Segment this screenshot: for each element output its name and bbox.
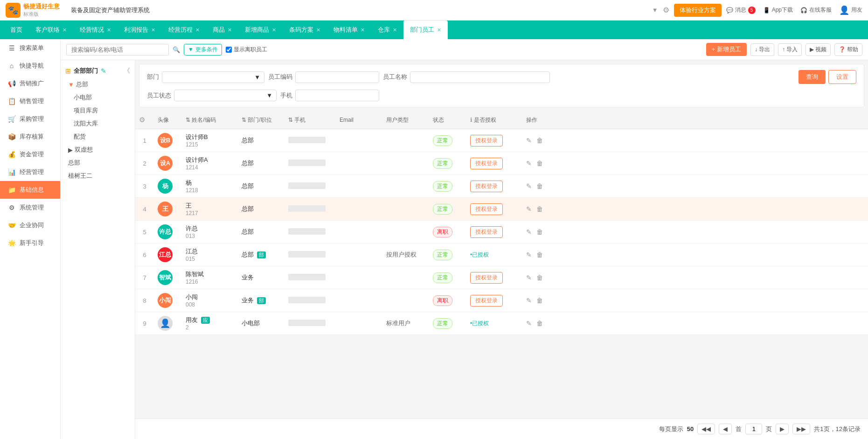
online-service-button[interactable]: 🎧 在线客服 [800, 6, 832, 14]
sidebar-item-quicknav[interactable]: ⌂ 快捷导航 [0, 57, 60, 75]
sidebar-item-marketing[interactable]: 📢 营销推广 [0, 75, 60, 92]
empcode-input[interactable] [295, 71, 379, 83]
auth-login-button[interactable]: 授权登录 [470, 226, 503, 238]
dept-edit-icon[interactable]: ✎ [101, 67, 106, 75]
close-icon[interactable]: ✕ [437, 27, 441, 33]
nav-tab-home[interactable]: 首页 [4, 21, 29, 39]
sidebar-item-purchase[interactable]: 🛒 采购管理 [0, 110, 60, 128]
nav-tab-goods[interactable]: 商品 ✕ [206, 21, 238, 39]
edit-icon[interactable]: ✎ [526, 228, 532, 236]
delete-icon[interactable]: 🗑 [536, 160, 543, 167]
nav-tab-operation[interactable]: 经营情况 ✕ [73, 21, 118, 39]
sidebar-item-basicinfo[interactable]: 📁 基础信息 [0, 181, 60, 199]
query-button[interactable]: 查询 [799, 70, 826, 84]
sidebar-item-guide[interactable]: 🌟 新手引导 [0, 234, 60, 252]
close-icon[interactable]: ✕ [316, 27, 320, 33]
sidebar-item-search[interactable]: ☰ 搜索菜单 [0, 39, 60, 57]
tree-node-shuangxuxiang[interactable]: ▶ 双虚想 [61, 143, 135, 156]
close-icon[interactable]: ✕ [107, 27, 111, 33]
page-last-button[interactable]: ▶▶ [792, 424, 810, 434]
th-phone[interactable]: ⇅ 手机 [285, 111, 336, 129]
resigned-checkbox-input[interactable] [226, 47, 232, 53]
trial-button[interactable]: 体验行业方案 [674, 4, 722, 17]
auth-login-button[interactable]: 授权登录 [470, 295, 503, 307]
auth-login-button[interactable]: 授权登录 [470, 158, 503, 169]
edit-icon[interactable]: ✎ [526, 182, 532, 190]
sidebar-item-cooperation[interactable]: 🤝 企业协同 [0, 216, 60, 234]
nav-tab-history[interactable]: 经营历程 ✕ [162, 21, 206, 39]
edit-icon[interactable]: ✎ [526, 251, 532, 258]
tree-node-peihuo[interactable]: 配货 [61, 130, 135, 143]
edit-icon[interactable]: ✎ [526, 274, 532, 281]
nav-tab-warehouse[interactable]: 仓库 ✕ [371, 21, 403, 39]
nav-tab-profit[interactable]: 利润报告 ✕ [118, 21, 162, 39]
nav-tab-bom[interactable]: 物料清单 ✕ [327, 21, 371, 39]
delete-icon[interactable]: 🗑 [536, 205, 543, 213]
message-button[interactable]: 💬 消息 5 [726, 6, 756, 14]
sidebar-item-sales[interactable]: 📋 销售管理 [0, 92, 60, 110]
delete-icon[interactable]: 🗑 [536, 137, 543, 144]
close-icon[interactable]: ✕ [151, 27, 155, 33]
show-resigned-checkbox[interactable]: 显示离职员工 [226, 46, 267, 54]
close-icon[interactable]: ✕ [195, 27, 200, 33]
th-deptrole[interactable]: ⇅ 部门/职位 [238, 111, 285, 129]
tree-node-xiangmukufang[interactable]: 项目库房 [61, 104, 135, 117]
delete-icon[interactable]: 🗑 [536, 274, 543, 281]
tree-node-shenyangdaku[interactable]: 沈阳大库 [61, 117, 135, 130]
nav-tab-customer[interactable]: 客户联络 ✕ [29, 21, 73, 39]
search-icon[interactable]: 🔍 [173, 46, 180, 53]
th-namecode[interactable]: ⇅ 姓名/编码 [182, 111, 238, 129]
edit-icon[interactable]: ✎ [526, 137, 532, 144]
edit-icon[interactable]: ✎ [526, 205, 532, 213]
nav-tab-barcode[interactable]: 条码方案 ✕ [283, 21, 327, 39]
delete-icon[interactable]: 🗑 [536, 251, 543, 258]
page-prev-button[interactable]: ◀ [719, 424, 732, 434]
nav-tab-addgoods[interactable]: 新增商品 ✕ [238, 21, 283, 39]
tree-node-zhishuwan[interactable]: 植树王二 [61, 169, 135, 182]
nav-tab-department[interactable]: 部门员工 ✕ [403, 21, 448, 39]
video-button[interactable]: ▶ 视频 [806, 43, 831, 56]
dept-select[interactable]: ▼ [162, 71, 264, 83]
auth-login-button[interactable]: 授权登录 [470, 135, 503, 146]
tree-node-zongbu-parent[interactable]: ▼ 总部 [61, 78, 135, 91]
import-button[interactable]: ↑ 导入 [778, 43, 802, 56]
phone-input[interactable] [295, 90, 379, 101]
user-avatar[interactable]: 👤 用友 [839, 5, 862, 15]
page-input[interactable] [745, 424, 762, 434]
app-download-button[interactable]: 📱 App下载 [763, 6, 793, 14]
auth-login-button[interactable]: 授权登录 [470, 272, 503, 284]
dropdown-arrow-icon[interactable]: ▼ [652, 7, 658, 14]
close-icon[interactable]: ✕ [62, 27, 67, 33]
auth-login-button[interactable]: 授权登录 [470, 203, 503, 215]
tree-node-zongbu2[interactable]: 总部 [61, 156, 135, 169]
close-icon[interactable]: ✕ [393, 27, 397, 33]
sidebar-item-inventory[interactable]: 📦 库存核算 [0, 128, 60, 146]
column-settings-icon[interactable]: ⚙ [139, 116, 145, 124]
sidebar-item-finance[interactable]: 💰 资金管理 [0, 146, 60, 163]
edit-icon[interactable]: ✎ [526, 297, 532, 304]
search-input[interactable] [66, 44, 169, 56]
settings-icon[interactable]: ⚙ [663, 6, 669, 14]
page-first-button[interactable]: ◀◀ [697, 424, 715, 434]
delete-icon[interactable]: 🗑 [536, 320, 543, 327]
edit-icon[interactable]: ✎ [526, 160, 532, 167]
sidebar-item-system[interactable]: ⚙ 系统管理 [0, 199, 60, 216]
delete-icon[interactable]: 🗑 [536, 182, 543, 190]
set-button[interactable]: 设置 [828, 70, 856, 84]
auth-login-button[interactable]: 授权登录 [470, 181, 503, 192]
close-icon[interactable]: ✕ [361, 27, 365, 33]
close-icon[interactable]: ✕ [272, 27, 276, 33]
delete-icon[interactable]: 🗑 [536, 228, 543, 236]
empname-input[interactable] [410, 71, 550, 83]
add-employee-button[interactable]: + 新增员工 [706, 43, 747, 56]
export-button[interactable]: ↓ 导出 [750, 43, 774, 56]
dept-collapse-icon[interactable]: 《 [124, 67, 130, 75]
edit-icon[interactable]: ✎ [526, 320, 532, 327]
more-filter-button[interactable]: ▼ 更多条件 [184, 44, 222, 56]
sidebar-item-bizmanage[interactable]: 📊 经营管理 [0, 163, 60, 181]
page-next-button[interactable]: ▶ [776, 424, 789, 434]
help-button[interactable]: ❓ 帮助 [834, 43, 862, 56]
tree-node-xiaodianbu[interactable]: 小电部 [61, 91, 135, 104]
delete-icon[interactable]: 🗑 [536, 297, 543, 304]
close-icon[interactable]: ✕ [228, 27, 232, 33]
